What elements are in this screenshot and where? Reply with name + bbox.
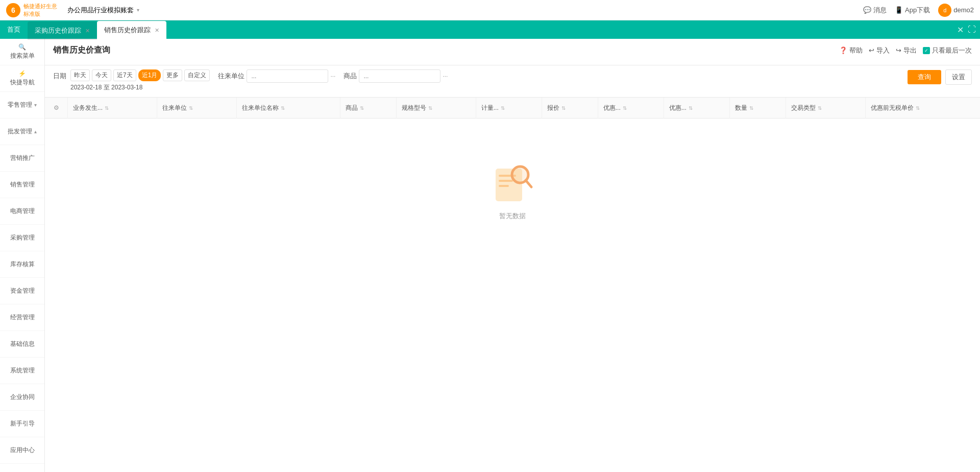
import-button[interactable]: ↩ 导入 — [869, 46, 890, 55]
date-filter-group: 日期 昨天 今天 近7天 近1月 更多 自定义 2023-02-18 至 202… — [53, 69, 210, 92]
tab-purchase-history[interactable]: 采购历史价跟踪 ✕ — [28, 21, 97, 40]
close-all-tabs-button[interactable]: ✕ — [957, 25, 964, 35]
export-button[interactable]: ↪ 导出 — [896, 46, 917, 55]
message-button[interactable]: 💬 消息 — [863, 6, 887, 15]
workspace-selector[interactable]: 办公用品行业模拟账套 ▾ — [67, 6, 853, 15]
sort-icon: ⇅ — [623, 105, 627, 111]
setting-button[interactable]: 设置 — [945, 69, 972, 85]
tab-bar-actions: ✕ ⛶ — [957, 25, 980, 35]
sidebar-item-system-mgmt[interactable]: 系统管理 — [0, 358, 44, 384]
chevron-down-icon: ▾ — [137, 7, 139, 13]
date-btn-7days[interactable]: 近7天 — [113, 69, 136, 81]
logo-area: 6 畅捷通好生意 标准版 — [6, 3, 57, 17]
th-unit[interactable]: 计量... ⇅ — [476, 98, 542, 119]
sidebar-item-wholesale-mgmt[interactable]: 批发管理 ▴ — [0, 119, 44, 145]
empty-state: 暂无数据 — [45, 119, 980, 262]
th-partner-code[interactable]: 往来单位 ⇅ — [157, 98, 237, 119]
product-more-icon[interactable]: ··· — [443, 73, 448, 80]
phone-icon: 📱 — [895, 6, 903, 14]
sort-icon: ⇅ — [501, 105, 505, 111]
tab-home[interactable]: 首页 — [0, 20, 28, 39]
only-last-checkbox-area[interactable]: ✓ 只看最后一次 — [923, 46, 972, 55]
date-btn-today[interactable]: 今天 — [92, 69, 111, 81]
page-title: 销售历史价查询 — [53, 45, 110, 56]
sort-icon: ⇅ — [749, 105, 753, 111]
sidebar-item-enterprise-wechat[interactable]: 企业微信 — [0, 464, 44, 472]
sidebar-item-purchase-mgmt[interactable]: 采购管理 — [0, 225, 44, 251]
user-profile[interactable]: d demo2 — [938, 4, 974, 17]
sort-icon: ⇅ — [689, 105, 693, 111]
app-download-button[interactable]: 📱 App下载 — [895, 6, 930, 15]
column-settings-button[interactable]: ⚙ — [50, 102, 62, 114]
svg-line-5 — [526, 180, 531, 187]
th-quantity[interactable]: 数量 ⇅ — [730, 98, 786, 119]
search-icon: 🔍 — [18, 43, 26, 51]
help-button[interactable]: ❓ 帮助 — [839, 46, 863, 55]
sort-icon: ⇅ — [360, 105, 364, 111]
source-unit-input[interactable] — [247, 69, 328, 83]
message-icon: 💬 — [863, 6, 871, 14]
avatar: d — [938, 4, 951, 17]
page-header-top: 销售历史价查询 ❓ 帮助 ↩ 导入 ↪ 导出 ✓ — [53, 45, 972, 56]
sidebar-item-inventory[interactable]: 库存核算 — [0, 251, 44, 278]
svg-rect-3 — [499, 185, 509, 187]
table-header-row: ⚙ 业务发生... ⇅ 往来单位 ⇅ — [45, 98, 980, 119]
th-partner-name[interactable]: 往来单位名称 ⇅ — [237, 98, 340, 119]
help-icon: ❓ — [839, 46, 847, 54]
product-filter: 商品 ··· — [344, 69, 448, 83]
logo-text: 畅捷通好生意 标准版 — [23, 3, 57, 17]
date-buttons: 昨天 今天 近7天 近1月 更多 自定义 2023-02-18 至 2023-0… — [70, 69, 210, 92]
sort-icon: ⇅ — [105, 105, 109, 111]
import-icon: ↩ — [869, 46, 874, 54]
main-layout: 🔍 搜索菜单 ⚡ 快捷导航 零售管理 ▾ 批发管理 ▴ 营销推广 销售管理 电商… — [0, 39, 980, 472]
th-trade-type[interactable]: 交易类型 ⇅ — [786, 98, 865, 119]
date-btn-more[interactable]: 更多 — [163, 69, 182, 81]
sidebar-item-enterprise-collab[interactable]: 企业协同 — [0, 384, 44, 411]
th-discount1[interactable]: 优惠... ⇅ — [598, 98, 664, 119]
fullscreen-button[interactable]: ⛶ — [968, 25, 976, 34]
filter-bar: 日期 昨天 今天 近7天 近1月 更多 自定义 2023-02-18 至 202… — [45, 65, 980, 98]
sidebar-item-quick-nav[interactable]: ⚡ 快捷导航 — [0, 65, 44, 92]
product-input[interactable] — [359, 69, 440, 83]
top-bar-left: 6 畅捷通好生意 标准版 — [6, 3, 57, 17]
sort-icon: ⇅ — [281, 105, 285, 111]
date-btn-yesterday[interactable]: 昨天 — [70, 69, 90, 81]
date-btn-custom[interactable]: 自定义 — [184, 69, 210, 81]
sidebar-item-ops-mgmt[interactable]: 经营管理 — [0, 304, 44, 331]
only-last-checkbox[interactable]: ✓ — [923, 47, 930, 54]
th-discount2[interactable]: 优惠... ⇅ — [664, 98, 729, 119]
data-table: ⚙ 业务发生... ⇅ 往来单位 ⇅ — [45, 98, 980, 119]
sidebar-item-marketing[interactable]: 营销推广 — [0, 145, 44, 172]
th-product[interactable]: 商品 ⇅ — [340, 98, 396, 119]
sidebar-item-search-menu[interactable]: 🔍 搜索菜单 — [0, 39, 44, 65]
sidebar-item-app-center[interactable]: 应用中心 — [0, 437, 44, 464]
th-spec[interactable]: 规格型号 ⇅ — [396, 98, 476, 119]
close-tab-purchase[interactable]: ✕ — [85, 28, 90, 34]
sidebar-item-retail-mgmt[interactable]: 零售管理 ▾ — [0, 92, 44, 119]
table-container: ⚙ 业务发生... ⇅ 往来单位 ⇅ — [45, 98, 980, 472]
sidebar-item-basic-info[interactable]: 基础信息 — [0, 331, 44, 358]
sidebar-item-new-user-guide[interactable]: 新手引导 — [0, 411, 44, 437]
date-range-display: 2023-02-18 至 2023-03-18 — [70, 83, 210, 92]
page-header: 销售历史价查询 ❓ 帮助 ↩ 导入 ↪ 导出 ✓ — [45, 39, 980, 65]
sort-icon: ⇅ — [818, 105, 822, 111]
tab-sales-history[interactable]: 销售历史价跟踪 ✕ — [97, 21, 166, 39]
page-actions: ❓ 帮助 ↩ 导入 ↪ 导出 ✓ 只看最后一次 — [839, 46, 972, 55]
th-pre-tax-price[interactable]: 优惠前无税单价 ⇅ — [865, 98, 980, 119]
th-biz-date[interactable]: 业务发生... ⇅ — [68, 98, 157, 119]
close-tab-sales[interactable]: ✕ — [155, 27, 159, 34]
sidebar-item-sales-mgmt[interactable]: 销售管理 — [0, 172, 44, 198]
sort-icon: ⇅ — [189, 105, 193, 111]
top-bar-right: 💬 消息 📱 App下载 d demo2 — [863, 4, 974, 17]
sort-icon: ⇅ — [561, 105, 566, 111]
empty-text: 暂无数据 — [499, 211, 526, 221]
chevron-up-icon: ▴ — [34, 129, 37, 134]
th-price[interactable]: 报价 ⇅ — [542, 98, 598, 119]
logo-icon: 6 — [6, 3, 20, 17]
sort-icon: ⇅ — [916, 105, 920, 111]
source-unit-more-icon[interactable]: ··· — [330, 73, 335, 80]
query-button[interactable]: 查询 — [908, 70, 941, 84]
sidebar-item-finance-mgmt[interactable]: 资金管理 — [0, 278, 44, 304]
sidebar-item-ecommerce-mgmt[interactable]: 电商管理 — [0, 198, 44, 225]
date-btn-1month[interactable]: 近1月 — [138, 69, 161, 81]
